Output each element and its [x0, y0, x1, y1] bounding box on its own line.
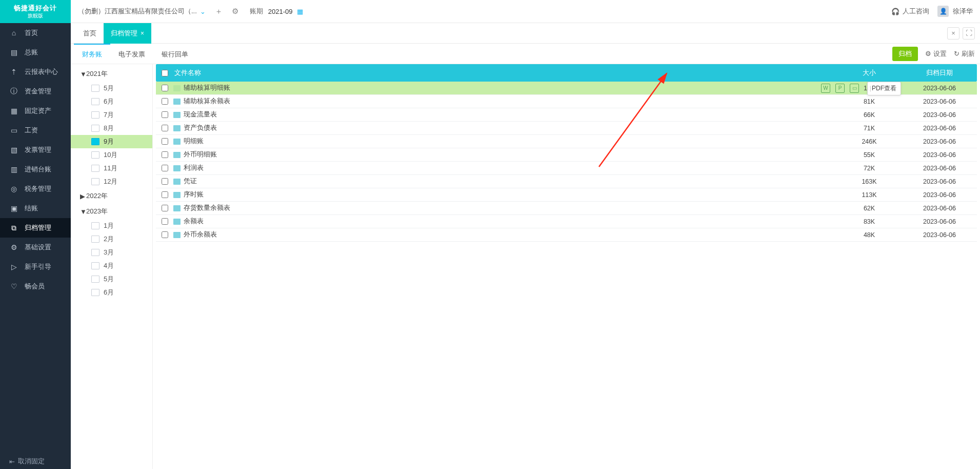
archive-date: 2023-06-06	[905, 111, 977, 119]
subtab-0[interactable]: 财务账	[74, 44, 110, 64]
tree-month[interactable]: 11月	[71, 162, 152, 175]
tree-month[interactable]: 7月	[71, 108, 152, 122]
table-row[interactable]: 凭证163K2023-06-06	[156, 175, 977, 188]
sidebar-item-3[interactable]: ⓘ资金管理	[0, 82, 71, 101]
tree-month[interactable]: 6月	[71, 286, 152, 299]
archive-date: 2023-06-06	[905, 151, 977, 159]
tree-year[interactable]: ▼2021年	[71, 66, 152, 82]
gear-icon: ⚙	[925, 50, 931, 57]
download-word-icon[interactable]: W	[821, 84, 830, 93]
sidebar-item-label: 结账	[25, 204, 38, 213]
file-name: 辅助核算明细账	[184, 84, 230, 92]
sidebar-item-4[interactable]: ▦固定资产	[0, 101, 71, 121]
row-checkbox[interactable]	[162, 165, 168, 171]
tree-year[interactable]: ▼2023年	[71, 204, 152, 219]
tree-year-label: 2022年	[86, 191, 108, 201]
table-row[interactable]: 辅助核算明细账16K2023-06-06WP▭PDF查看	[156, 82, 977, 95]
nav-icon: ▭	[9, 126, 18, 134]
subtab-1[interactable]: 电子发票	[110, 44, 153, 64]
close-icon[interactable]: ×	[141, 30, 144, 37]
table-row[interactable]: 余额表83K2023-06-06	[156, 215, 977, 228]
file-table: 文件名称 大小 归档日期 辅助核算明细账16K2023-06-06WP▭PDF查…	[153, 64, 980, 469]
pdf-view-icon[interactable]: ▭	[850, 84, 859, 93]
row-checkbox[interactable]	[162, 111, 168, 118]
unpin-icon: ⇤	[9, 458, 15, 465]
table-row[interactable]: 外币余额表48K2023-06-06	[156, 228, 977, 242]
add-icon[interactable]: ＋	[215, 7, 223, 16]
period-label: 账期	[250, 7, 263, 16]
tree-month[interactable]: 12月	[71, 175, 152, 188]
folder-icon	[173, 205, 181, 211]
file-name: 明细账	[184, 137, 204, 146]
tree-month[interactable]: 2月	[71, 232, 152, 246]
file-name: 现金流量表	[184, 110, 217, 119]
table-row[interactable]: 明细账246K2023-06-06	[156, 135, 977, 148]
tree-month[interactable]: 10月	[71, 148, 152, 162]
archive-date: 2023-06-06	[905, 205, 977, 212]
table-row[interactable]: 存货数量余额表62K2023-06-06	[156, 202, 977, 215]
sidebar-item-0[interactable]: ⌂首页	[0, 23, 71, 43]
sidebar-item-13[interactable]: ♡畅会员	[0, 277, 71, 296]
row-checkbox[interactable]	[162, 151, 168, 158]
select-all-checkbox[interactable]	[162, 70, 168, 76]
brand-logo: 畅捷通好会计 旗舰版	[0, 0, 71, 23]
row-checkbox[interactable]	[162, 191, 168, 198]
user-menu[interactable]: 👤 徐泽华	[937, 6, 973, 17]
close-all-tabs[interactable]: ×	[947, 27, 959, 40]
table-row[interactable]: 辅助核算余额表81K2023-06-06	[156, 95, 977, 108]
sidebar-item-12[interactable]: ▷新手引导	[0, 257, 71, 277]
refresh-link[interactable]: ↻ 刷新	[954, 49, 975, 58]
table-row[interactable]: 现金流量表66K2023-06-06	[156, 108, 977, 122]
archive-button[interactable]: 归档	[892, 47, 918, 61]
calendar-icon[interactable]: ▦	[297, 8, 303, 15]
sidebar-item-2[interactable]: ⇡云报表中心	[0, 62, 71, 82]
sidebar-item-6[interactable]: ▧发票管理	[0, 140, 71, 160]
tree-month[interactable]: 8月	[71, 122, 152, 135]
row-checkbox[interactable]	[162, 231, 168, 238]
company-select[interactable]: （勿删）江西服宝精品有限责任公司（... ⌄	[78, 7, 206, 16]
tab-archive[interactable]: 归档管理 ×	[104, 23, 151, 44]
file-name: 序时账	[184, 190, 204, 199]
tree-month[interactable]: 4月	[71, 259, 152, 272]
tree-month[interactable]: 3月	[71, 246, 152, 259]
row-checkbox[interactable]	[162, 85, 168, 91]
sidebar-item-7[interactable]: ▥进销台账	[0, 160, 71, 179]
nav-icon: ▤	[9, 48, 18, 56]
sidebar-item-8[interactable]: ◎税务管理	[0, 179, 71, 199]
row-checkbox[interactable]	[162, 125, 168, 131]
gear-icon[interactable]: ⚙	[232, 7, 238, 16]
sidebar-item-9[interactable]: ▣结账	[0, 199, 71, 218]
tree-month[interactable]: 5月	[71, 272, 152, 286]
tree-month[interactable]: 9月	[71, 135, 152, 148]
archive-date: 2023-06-06	[905, 98, 977, 105]
unpin-sidebar[interactable]: ⇤ 取消固定	[0, 454, 71, 469]
download-pdf-icon[interactable]: P	[835, 84, 845, 93]
table-row[interactable]: 外币明细账55K2023-06-06	[156, 148, 977, 162]
row-checkbox[interactable]	[162, 218, 168, 225]
sidebar-item-5[interactable]: ▭工资	[0, 121, 71, 140]
consult-link[interactable]: 🎧 人工咨询	[891, 7, 929, 16]
table-row[interactable]: 序时账113K2023-06-06	[156, 188, 977, 202]
tree-month[interactable]: 6月	[71, 95, 152, 108]
row-checkbox[interactable]	[162, 98, 168, 105]
row-checkbox[interactable]	[162, 205, 168, 211]
subtab-2[interactable]: 银行回单	[153, 44, 196, 64]
col-size: 大小	[833, 68, 905, 77]
tab-home[interactable]: 首页	[76, 23, 104, 44]
file-name: 外币明细账	[184, 150, 217, 159]
settings-link[interactable]: ⚙ 设置	[925, 49, 947, 58]
table-row[interactable]: 资产负债表71K2023-06-06	[156, 122, 977, 135]
tree-year[interactable]: ▶2022年	[71, 188, 152, 204]
sidebar-item-1[interactable]: ▤总账	[0, 43, 71, 62]
archive-date: 2023-06-06	[905, 218, 977, 225]
sidebar-item-11[interactable]: ⚙基础设置	[0, 238, 71, 257]
row-checkbox[interactable]	[162, 178, 168, 185]
sidebar-item-label: 资金管理	[25, 87, 51, 96]
table-row[interactable]: 利润表72K2023-06-06	[156, 162, 977, 175]
tree-month[interactable]: 1月	[71, 219, 152, 232]
fullscreen-icon[interactable]: ⛶	[963, 27, 975, 40]
sidebar-item-10[interactable]: ⧉归档管理	[0, 218, 71, 238]
row-checkbox[interactable]	[162, 138, 168, 145]
nav-icon: ▧	[9, 146, 18, 154]
tree-month[interactable]: 5月	[71, 82, 152, 95]
